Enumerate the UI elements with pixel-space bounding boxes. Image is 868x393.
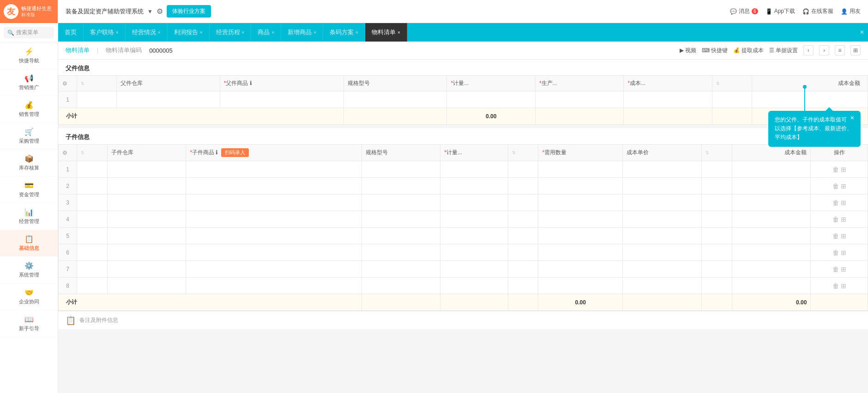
tab-products-close[interactable]: × (271, 30, 274, 35)
child-cell-warehouse-3[interactable] (107, 194, 186, 211)
copy-icon-4[interactable]: ⊞ (841, 216, 846, 223)
tab-profit-close[interactable]: × (200, 30, 203, 35)
close-all-tabs[interactable]: ✕ (860, 29, 868, 36)
child-cell-warehouse-5[interactable] (107, 228, 186, 244)
child-cell-unit-cost-5[interactable] (623, 228, 702, 244)
child-cell-spec-4[interactable] (362, 211, 440, 228)
sidebar-item-enterprise[interactable]: 🤝 企业协同 (0, 284, 58, 310)
child-cell-unit-cost-7[interactable] (623, 261, 702, 278)
settings-icon[interactable]: ⚙ (157, 7, 163, 16)
tab-new-product-close[interactable]: × (313, 30, 316, 35)
parent-cell-product-1[interactable] (220, 91, 344, 108)
system-dropdown-icon[interactable]: ▼ (147, 8, 153, 15)
child-cell-product-8[interactable] (186, 278, 362, 294)
message-button[interactable]: 💬 消息 6 (730, 7, 758, 15)
child-cell-qty-6[interactable] (538, 244, 623, 261)
child-cell-product-5[interactable] (186, 228, 362, 244)
copy-icon-7[interactable]: ⊞ (841, 266, 846, 273)
parent-cell-warehouse-1[interactable] (116, 91, 220, 108)
parent-cell-unit-1[interactable] (447, 91, 536, 108)
delete-icon-8[interactable]: 🗑 (832, 282, 839, 290)
delete-icon-4[interactable]: 🗑 (832, 216, 839, 223)
tab-customer-close[interactable]: × (116, 30, 119, 35)
child-cell-spec-7[interactable] (362, 261, 440, 278)
child-cell-unit-4[interactable] (440, 211, 508, 228)
parent-cell-produce-1[interactable] (535, 91, 624, 108)
sidebar-item-quick-nav[interactable]: ⚡ 快捷导航 (0, 42, 58, 69)
child-cell-spec-6[interactable] (362, 244, 440, 261)
child-col-settings[interactable]: ⚙ (59, 145, 77, 161)
child-cell-qty-8[interactable] (538, 278, 623, 294)
tab-home[interactable]: 首页 (58, 23, 84, 42)
child-cell-unit-cost-4[interactable] (623, 211, 702, 228)
tab-bom[interactable]: 物料清单 × (365, 23, 407, 42)
extract-cost-button[interactable]: 💰 提取成本 (733, 47, 764, 54)
trial-button[interactable]: 体验行业方案 (167, 5, 211, 18)
shortcut-button[interactable]: ⌨ 快捷键 (702, 47, 728, 54)
child-cell-warehouse-6[interactable] (107, 244, 186, 261)
parent-col-settings[interactable]: ⚙ (59, 76, 77, 91)
child-cell-warehouse-1[interactable] (107, 161, 186, 178)
delete-icon-1[interactable]: 🗑 (832, 166, 839, 173)
tab-profit[interactable]: 利润报告 × (168, 23, 210, 42)
copy-icon-3[interactable]: ⊞ (841, 199, 846, 206)
video-button[interactable]: ▶ 视频 (680, 47, 696, 54)
child-cell-unit-cost-2[interactable] (623, 178, 702, 194)
tab-barcode[interactable]: 条码方案 × (323, 23, 365, 42)
tab-operations[interactable]: 经营情况 × (126, 23, 168, 42)
child-cell-product-3[interactable] (186, 194, 362, 211)
sidebar-item-guide[interactable]: 📖 新手引导 (0, 310, 58, 337)
delete-icon-6[interactable]: 🗑 (832, 249, 839, 256)
child-cell-spec-3[interactable] (362, 194, 440, 211)
child-cell-qty-5[interactable] (538, 228, 623, 244)
child-cell-unit-8[interactable] (440, 278, 508, 294)
scan-button[interactable]: 扫码录入 (221, 148, 249, 157)
child-cell-product-2[interactable] (186, 178, 362, 194)
nav-prev-button[interactable]: ‹ (803, 45, 814, 55)
child-cell-spec-5[interactable] (362, 228, 440, 244)
child-cell-product-1[interactable] (186, 161, 362, 178)
child-cell-unit-1[interactable] (440, 161, 508, 178)
child-cell-qty-4[interactable] (538, 211, 623, 228)
child-cell-qty-1[interactable] (538, 161, 623, 178)
child-cell-warehouse-2[interactable] (107, 178, 186, 194)
tab-history-close[interactable]: × (242, 30, 245, 35)
child-cell-warehouse-4[interactable] (107, 211, 186, 228)
sidebar-item-operations[interactable]: 📊 经营管理 (0, 203, 58, 230)
child-cell-unit-6[interactable] (440, 244, 508, 261)
tab-products[interactable]: 商品 × (251, 23, 281, 42)
child-cell-qty-7[interactable] (538, 261, 623, 278)
child-cell-unit-cost-1[interactable] (623, 161, 702, 178)
child-cell-spec-1[interactable] (362, 161, 440, 178)
delete-icon-7[interactable]: 🗑 (832, 266, 839, 273)
child-cell-unit-cost-8[interactable] (623, 278, 702, 294)
nav-next-button[interactable]: › (819, 45, 829, 55)
child-cell-product-7[interactable] (186, 261, 362, 278)
parent-cell-cost-1[interactable] (624, 91, 712, 108)
breadcrumb-bom-list[interactable]: 物料清单 (66, 46, 90, 54)
tab-bom-close[interactable]: × (398, 30, 400, 35)
delete-icon-3[interactable]: 🗑 (832, 199, 839, 206)
child-cell-qty-2[interactable] (538, 178, 623, 194)
child-cell-spec-2[interactable] (362, 178, 440, 194)
child-cell-warehouse-7[interactable] (107, 261, 186, 278)
child-cell-product-6[interactable] (186, 244, 362, 261)
tab-barcode-close[interactable]: × (356, 30, 358, 35)
delete-icon-2[interactable]: 🗑 (832, 182, 839, 190)
copy-icon-8[interactable]: ⊞ (841, 282, 846, 290)
child-cell-warehouse-8[interactable] (107, 278, 186, 294)
copy-icon-1[interactable]: ⊞ (841, 166, 846, 173)
single-settings-button[interactable]: ☰ 单据设置 (769, 47, 798, 54)
child-cell-unit-cost-6[interactable] (623, 244, 702, 261)
sidebar-item-finance[interactable]: 💳 资金管理 (0, 176, 58, 203)
tab-history[interactable]: 经营历程 × (210, 23, 252, 42)
app-download-button[interactable]: 📱 App下载 (766, 7, 795, 15)
sidebar-item-inventory[interactable]: 📦 库存核算 (0, 150, 58, 176)
sidebar-item-marketing[interactable]: 📢 营销推广 (0, 69, 58, 96)
sidebar-item-basic-info[interactable]: 📋 基础信息 (0, 230, 58, 257)
copy-icon-6[interactable]: ⊞ (841, 249, 846, 256)
user-menu-button[interactable]: 👤 用友 (841, 7, 861, 15)
sidebar-item-sales[interactable]: 💰 销售管理 (0, 96, 58, 123)
parent-cell-spec-1[interactable] (344, 91, 447, 108)
child-cell-qty-3[interactable] (538, 194, 623, 211)
